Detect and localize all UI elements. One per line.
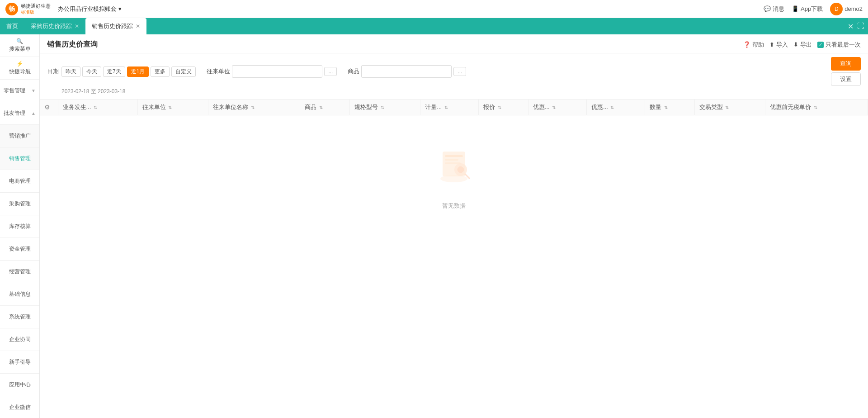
sidebar-item-enterprise-collab[interactable]: 企业协同	[0, 328, 39, 351]
col-counterpart-name[interactable]: 往来单位名称 ⇅	[208, 100, 300, 115]
col-trade-type[interactable]: 交易类型 ⇅	[694, 100, 765, 115]
help-icon: ❓	[743, 41, 750, 48]
export-icon: ⬇	[793, 41, 798, 48]
workspace-selector[interactable]: 办公用品行业模拟账套 ▾	[54, 5, 125, 13]
product-input[interactable]	[361, 65, 452, 78]
sidebar-item-basic-info-label: 基础信息	[9, 290, 31, 298]
date-btn-custom[interactable]: 自定义	[171, 66, 196, 77]
sidebar-item-inventory[interactable]: 库存核算	[0, 215, 39, 238]
counterpart-filter-group: 往来单位 ...	[207, 65, 337, 78]
date-btn-last7[interactable]: 近7天	[103, 66, 125, 77]
export-btn[interactable]: ⬇ 导出	[793, 41, 812, 49]
only-last-checkbox[interactable]: ✓ 只看最后一次	[817, 41, 861, 49]
help-label: 帮助	[752, 41, 764, 49]
only-last-label: 只看最后一次	[826, 41, 861, 49]
date-range-display: 2023-02-18 至 2023-03-18	[61, 88, 125, 95]
message-icon: 💬	[764, 5, 771, 12]
page-header-actions: ❓ 帮助 ⬆ 导入 ⬇ 导出 ✓ 只看最后一次	[743, 41, 861, 49]
filter-actions: 查询 设置	[831, 57, 861, 86]
sort-arrows-quote: ⇅	[498, 105, 501, 110]
tab-home-label: 首页	[6, 22, 18, 30]
chevron-up-icon: ▲	[31, 111, 36, 116]
col-biz-date[interactable]: 业务发生... ⇅	[58, 100, 137, 115]
sidebar-item-purchase-mgmt[interactable]: 采购管理	[0, 193, 39, 215]
sidebar-item-sales-mgmt-label: 销售管理	[9, 155, 31, 162]
header-right: 💬 消息 📱 App下载 D demo2	[764, 3, 863, 15]
sidebar-item-enterprise-wechat[interactable]: 企业微信	[0, 396, 39, 418]
product-label: 商品	[348, 67, 359, 76]
sidebar-item-retail-mgmt[interactable]: 零售管理 ▼	[0, 80, 39, 102]
message-btn[interactable]: 💬 消息	[764, 5, 784, 13]
empty-illustration	[431, 142, 476, 196]
tab-sales-history[interactable]: 销售历史价跟踪 ✕	[85, 18, 146, 34]
sidebar-item-wholesale-mgmt-label: 批发管理	[4, 109, 25, 117]
logo-area: 畅 畅捷通好生意 标准版	[5, 3, 51, 15]
tab-purchase-history-label: 采购历史价跟踪	[31, 22, 72, 30]
header-left: 畅 畅捷通好生意 标准版 办公用品行业模拟账套 ▾	[5, 3, 125, 15]
col-discount2[interactable]: 优惠... ⇅	[586, 100, 645, 115]
product-ellipsis-btn[interactable]: ...	[453, 67, 466, 76]
column-settings-icon[interactable]: ⚙	[44, 104, 50, 111]
tab-bar-right: ✕ ⛶	[848, 22, 868, 31]
sidebar-item-app-center[interactable]: 应用中心	[0, 374, 39, 396]
tab-home[interactable]: 首页	[0, 18, 24, 34]
col-spec[interactable]: 规格型号 ⇅	[349, 100, 420, 115]
date-filter-group: 日期 昨天 今天 近7天 近1月 更多 自定义	[47, 66, 196, 77]
col-pretax-price[interactable]: 优惠前无税单价 ⇅	[765, 100, 868, 115]
message-label: 消息	[773, 5, 784, 13]
sidebar-item-marketing[interactable]: 营销推广	[0, 125, 39, 147]
logo-title: 畅捷通好生意	[21, 3, 51, 9]
page-content: 销售历史价查询 ❓ 帮助 ⬆ 导入 ⬇ 导出 ✓	[40, 34, 868, 418]
sidebar-item-quick-nav[interactable]: ⚡ 快捷导航	[0, 57, 39, 80]
col-gear[interactable]: ⚙	[40, 100, 58, 115]
sidebar-item-operations-mgmt[interactable]: 经营管理	[0, 261, 39, 283]
help-btn[interactable]: ❓ 帮助	[743, 41, 764, 49]
col-counterpart-code[interactable]: 往来单位 ⇅	[137, 100, 208, 115]
sidebar-item-app-center-label: 应用中心	[9, 381, 31, 389]
chevron-right-icon: ▼	[31, 88, 36, 93]
sidebar-item-new-guide[interactable]: 新手引导	[0, 351, 39, 374]
svg-rect-3	[445, 159, 458, 161]
sidebar-item-system-mgmt-label: 系统管理	[9, 313, 31, 321]
sidebar-item-search-menu[interactable]: 🔍 搜索菜单	[0, 34, 39, 57]
date-btn-today[interactable]: 今天	[82, 66, 101, 77]
col-quote[interactable]: 报价 ⇅	[479, 100, 528, 115]
counterpart-ellipsis-btn[interactable]: ...	[324, 67, 337, 76]
empty-text: 暂无数据	[442, 202, 466, 210]
import-icon: ⬆	[769, 41, 774, 48]
col-quantity[interactable]: 数量 ⇅	[645, 100, 694, 115]
col-unit[interactable]: 计量... ⇅	[420, 100, 479, 115]
sidebar-item-ecommerce-mgmt[interactable]: 电商管理	[0, 170, 39, 193]
import-btn[interactable]: ⬆ 导入	[769, 41, 788, 49]
date-btn-more[interactable]: 更多	[151, 66, 170, 77]
tab-sales-history-close[interactable]: ✕	[136, 23, 140, 29]
user-menu-btn[interactable]: D demo2	[830, 3, 863, 15]
sidebar-item-sales-mgmt[interactable]: 销售管理	[0, 147, 39, 170]
data-table: ⚙ 业务发生... ⇅ 往来单位 ⇅ 往来单位名称	[40, 100, 868, 115]
query-button[interactable]: 查询	[831, 57, 861, 71]
app-download-btn[interactable]: 📱 App下载	[792, 5, 823, 13]
tab-expand-icon[interactable]: ⛶	[857, 22, 864, 30]
sort-arrows-unit: ⇅	[444, 105, 448, 110]
sidebar-item-finance-mgmt[interactable]: 资金管理	[0, 238, 39, 261]
counterpart-input[interactable]	[232, 65, 322, 78]
page-header: 销售历史价查询 ❓ 帮助 ⬆ 导入 ⬇ 导出 ✓	[40, 34, 868, 53]
sidebar-item-basic-info[interactable]: 基础信息	[0, 283, 39, 306]
sidebar-item-wholesale-mgmt[interactable]: 批发管理 ▲	[0, 102, 39, 125]
sidebar-item-inventory-label: 库存核算	[9, 223, 31, 230]
tab-close-all-icon[interactable]: ✕	[848, 22, 854, 31]
sort-arrows-counterpart-name: ⇅	[251, 105, 255, 110]
main-layout: 🔍 搜索菜单 ⚡ 快捷导航 零售管理 ▼ 批发管理 ▲ 营销推广 销售管理 电商…	[0, 34, 868, 418]
settings-button[interactable]: 设置	[831, 72, 861, 86]
tab-sales-history-label: 销售历史价跟踪	[92, 22, 133, 30]
sidebar-item-system-mgmt[interactable]: 系统管理	[0, 306, 39, 328]
counterpart-label: 往来单位	[207, 67, 230, 76]
date-btn-yesterday[interactable]: 昨天	[61, 66, 80, 77]
tab-purchase-history-close[interactable]: ✕	[75, 23, 79, 29]
tab-purchase-history[interactable]: 采购历史价跟踪 ✕	[24, 18, 85, 34]
col-product[interactable]: 商品 ⇅	[300, 100, 349, 115]
sidebar-item-search-menu-label: 搜索菜单	[9, 45, 31, 53]
date-btn-1month[interactable]: 近1月	[127, 66, 149, 77]
col-discount1[interactable]: 优惠... ⇅	[528, 100, 586, 115]
sidebar-item-enterprise-collab-label: 企业协同	[9, 336, 31, 343]
